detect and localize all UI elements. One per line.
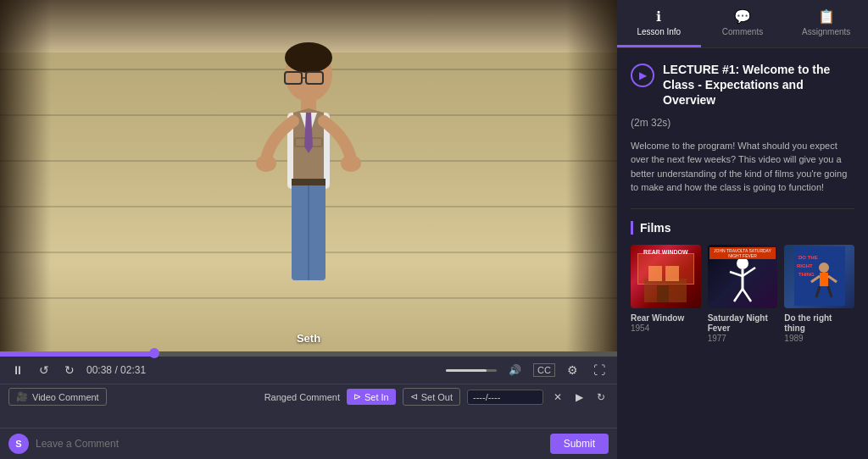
snf-banner: JOHN TRAVOLTA SATURDAY NIGHT FEVER xyxy=(709,247,776,259)
lecture-title-row: ▶ LECTURE #1: Welcome to the Class - Exp… xyxy=(631,62,854,108)
tab-comments[interactable]: 💬 Comments xyxy=(701,0,785,47)
svg-rect-15 xyxy=(648,266,662,281)
film-year-drt: 1989 xyxy=(784,334,854,343)
film-thumbnail-drt: DO THE RIGHT THING xyxy=(784,245,854,308)
svg-line-23 xyxy=(743,289,751,301)
film-thumbnail-snf: JOHN TRAVOLTA SATURDAY NIGHT FEVER xyxy=(708,245,778,308)
set-out-button[interactable]: ⊲ Set Out xyxy=(403,388,460,406)
forward-button[interactable]: ↻ xyxy=(61,362,78,379)
films-grid: REAR WINDOW Rear Window 1954 xyxy=(631,245,854,343)
submit-button[interactable]: Submit xyxy=(550,434,609,454)
instructor-figure xyxy=(224,28,393,299)
video-comment-button[interactable]: 🎥 Video Comment xyxy=(8,388,107,406)
video-comment-label: Video Comment xyxy=(32,392,99,402)
video-player[interactable]: Seth xyxy=(0,0,617,351)
right-panel: ℹ Lesson Info 💬 Comments 📋 Assignments ▶… xyxy=(617,0,868,459)
speaker-name: Seth xyxy=(297,332,320,345)
svg-point-1 xyxy=(285,42,332,73)
comment-toolbar: 🎥 Video Comment Ranged Comment ⊳ Set In … xyxy=(0,384,617,409)
film-year-rear-window: 1954 xyxy=(631,324,701,333)
svg-rect-12 xyxy=(292,179,326,185)
film-title-snf: Saturday Night Fever xyxy=(708,313,778,334)
divider xyxy=(631,208,854,209)
set-in-button[interactable]: ⊳ Set In xyxy=(347,389,396,405)
film-year-snf: 1977 xyxy=(708,334,778,343)
assignments-icon: 📋 xyxy=(818,8,835,25)
lesson-info-tab-label: Lesson Info xyxy=(637,27,681,36)
film-card-saturday-night-fever[interactable]: JOHN TRAVOLTA SATURDAY NIGHT FEVER Satur… xyxy=(708,245,778,343)
play-range-button[interactable]: ▶ xyxy=(572,390,587,405)
lecture-duration: (2m 32s) xyxy=(631,117,854,129)
svg-line-22 xyxy=(734,289,743,301)
film-title-rear-window: Rear Window xyxy=(631,313,701,324)
set-in-icon: ⊳ xyxy=(353,391,361,402)
svg-line-20 xyxy=(730,272,743,276)
commenter-avatar: S xyxy=(8,434,29,454)
fullscreen-button[interactable]: ⛶ xyxy=(590,362,609,379)
lecture-title: LECTURE #1: Welcome to the Class - Expec… xyxy=(663,62,854,108)
tab-assignments[interactable]: 📋 Assignments xyxy=(784,0,868,47)
refresh-range-button[interactable]: ↻ xyxy=(593,390,609,405)
play-pause-button[interactable]: ⏸ xyxy=(8,362,27,379)
svg-rect-29 xyxy=(820,273,828,286)
progress-bar[interactable] xyxy=(0,351,617,357)
comment-input[interactable] xyxy=(36,438,543,450)
rewind-button[interactable]: ↺ xyxy=(36,362,53,379)
video-background xyxy=(0,0,617,351)
panel-content: ▶ LECTURE #1: Welcome to the Class - Exp… xyxy=(617,48,868,459)
progress-fill xyxy=(0,351,154,357)
settings-button[interactable]: ⚙ xyxy=(564,362,581,379)
ranged-comment-label: Ranged Comment xyxy=(264,392,340,402)
svg-point-9 xyxy=(256,155,276,172)
svg-point-18 xyxy=(737,257,748,269)
film-card-rear-window[interactable]: REAR WINDOW Rear Window 1954 xyxy=(631,245,701,343)
lecture-play-icon[interactable]: ▶ xyxy=(631,64,654,87)
video-cam-icon: 🎥 xyxy=(16,391,28,402)
clear-range-button[interactable]: ✕ xyxy=(550,390,565,405)
comments-icon: 💬 xyxy=(734,8,751,25)
captions-button[interactable]: CC xyxy=(533,363,555,377)
tab-lesson-info[interactable]: ℹ Lesson Info xyxy=(617,0,701,47)
total-time: 02:31 xyxy=(120,364,146,376)
volume-slider[interactable] xyxy=(446,369,497,372)
lecture-description: Welcome to the program! What should you … xyxy=(631,139,854,195)
svg-text:DO THE: DO THE xyxy=(798,255,818,260)
volume-button[interactable]: 🔊 xyxy=(505,362,525,378)
film-thumbnail-rear-window: REAR WINDOW xyxy=(631,245,701,308)
time-range-input[interactable] xyxy=(467,390,543,405)
films-section-title: Films xyxy=(631,221,854,235)
tabs-header: ℹ Lesson Info 💬 Comments 📋 Assignments xyxy=(617,0,868,48)
set-out-icon: ⊲ xyxy=(410,391,418,402)
volume-fill xyxy=(446,369,487,372)
lesson-info-icon: ℹ xyxy=(656,8,661,25)
svg-text:THING: THING xyxy=(798,272,815,277)
time-display: 00:38 / 02:31 xyxy=(86,364,146,376)
set-in-label: Set In xyxy=(364,392,389,402)
controls-bar: ⏸ ↺ ↻ 00:38 / 02:31 🔊 CC ⚙ ⛶ 🎥 Video Com… xyxy=(0,351,617,428)
video-area: Seth ⏸ ↺ ↻ 00:38 / 02:31 🔊 CC ⚙ ⛶ xyxy=(0,0,617,459)
current-time: 00:38 xyxy=(86,364,112,376)
svg-point-10 xyxy=(341,155,361,172)
film-title-drt: Do the right thing xyxy=(784,313,854,334)
assignments-tab-label: Assignments xyxy=(802,27,850,36)
comment-input-bar: S Submit xyxy=(0,428,617,459)
svg-point-28 xyxy=(819,263,829,273)
film-card-do-the-right-thing[interactable]: DO THE RIGHT THING Do the xyxy=(784,245,854,343)
svg-text:RIGHT: RIGHT xyxy=(797,263,813,268)
rear-window-banner: REAR WINDOW xyxy=(643,249,688,255)
svg-rect-17 xyxy=(657,285,669,302)
comments-tab-label: Comments xyxy=(722,27,763,36)
set-out-label: Set Out xyxy=(421,392,453,402)
controls-main: ⏸ ↺ ↻ 00:38 / 02:31 🔊 CC ⚙ ⛶ xyxy=(0,357,617,384)
progress-thumb xyxy=(149,348,159,358)
svg-rect-16 xyxy=(665,266,679,281)
